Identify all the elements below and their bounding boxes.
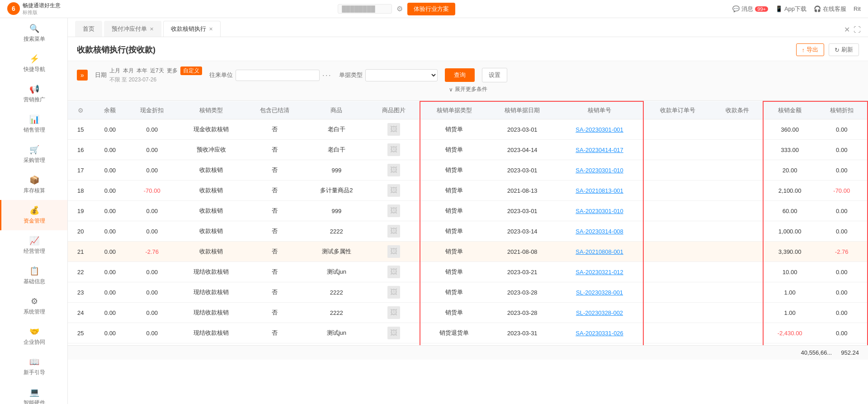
cell-receipt-condition	[712, 119, 763, 140]
doc-no-link[interactable]: SL-20230328-002	[576, 309, 623, 316]
top-bar-left: 6 畅捷通谱好生意 标推版	[7, 2, 61, 16]
company-name[interactable]: ████████	[338, 4, 392, 14]
sidebar-item-sales[interactable]: 📊 销售管理	[0, 109, 67, 139]
cell-cancel-amount: 10.00	[763, 262, 816, 282]
tab-prepay-close[interactable]: ✕	[150, 26, 154, 32]
date-shortcut-this-year[interactable]: 本年	[137, 67, 147, 75]
sidebar-item-marketing[interactable]: 📢 营销推广	[0, 79, 67, 109]
gear-settings-icon[interactable]: ⚙	[78, 107, 84, 114]
window-minimize-icon[interactable]: ✕	[844, 25, 850, 34]
sidebar-item-hardware[interactable]: 💻 智能硬件	[0, 382, 67, 404]
filter-more-btn[interactable]: ∨ 展开更多条件	[449, 86, 487, 93]
cell-cash-discount: 0.00	[127, 160, 177, 181]
th-gear[interactable]: ⚙	[68, 101, 94, 119]
sidebar-item-label: 营销推广	[24, 96, 45, 104]
doc-no-link[interactable]: SA-20210813-001	[576, 187, 623, 194]
sidebar-item-base[interactable]: 📋 基础信息	[0, 261, 67, 291]
tab-cancel[interactable]: 收款核销执行 ✕	[163, 21, 221, 37]
doc-no-link[interactable]: SA-20230301-001	[576, 126, 623, 133]
doc-no-link[interactable]: SA-20210808-001	[576, 248, 623, 255]
filter-expand-btn[interactable]: »	[77, 70, 88, 81]
doc-no-link[interactable]: SA-20230414-017	[576, 147, 623, 153]
purchase-icon: 🛒	[29, 145, 39, 155]
cell-receipt-order-no	[643, 323, 712, 343]
sidebar-item-shortcut[interactable]: ⚡ 快捷导航	[0, 48, 67, 79]
cell-product: 2222	[304, 303, 368, 323]
cell-id: 24	[68, 303, 94, 323]
sidebar-item-inventory[interactable]: 📦 库存核算	[0, 170, 67, 200]
tab-cancel-close[interactable]: ✕	[209, 26, 213, 32]
th-cash-discount: 现金折扣	[127, 101, 177, 119]
window-maximize-icon[interactable]: ⛶	[854, 26, 861, 34]
sidebar-item-purchase[interactable]: 🛒 采购管理	[0, 139, 67, 170]
inventory-icon: 📦	[29, 175, 39, 185]
cell-include-settled: 否	[245, 221, 304, 242]
cell-cash-discount: 0.00	[127, 323, 177, 343]
th-receipt-condition: 收款条件	[712, 101, 763, 119]
date-shortcut-custom[interactable]: 自定义	[180, 67, 202, 75]
cell-balance: 0.00	[94, 303, 127, 323]
cell-include-settled: 否	[245, 181, 304, 201]
sidebar-item-search[interactable]: 🔍 搜索菜单	[0, 18, 67, 48]
table-wrapper[interactable]: ⚙ 余额 现金折扣 核销类型 包含已结清 商品 商品图片 核销单据类型 核销单据…	[68, 101, 868, 345]
tab-home[interactable]: 首页	[75, 21, 102, 37]
doc-no-link[interactable]: SA-20230314-008	[576, 228, 623, 235]
page-title: 收款核销执行(按收款)	[77, 44, 156, 55]
headset-icon: 🎧	[814, 5, 821, 12]
cell-cancel-amount: 333.00	[763, 140, 816, 160]
app-download-btn[interactable]: 📱 App下载	[775, 5, 807, 13]
doc-no-link[interactable]: SA-20230301-010	[576, 167, 623, 174]
cell-cash-discount: -70.00	[127, 181, 177, 201]
doc-no-link[interactable]: SA-20230321-012	[576, 269, 623, 276]
table-container: ⚙ 余额 现金折扣 核销类型 包含已结清 商品 商品图片 核销单据类型 核销单据…	[68, 101, 868, 360]
date-shortcut-this-month[interactable]: 本月	[123, 67, 134, 75]
date-shortcut-last-month[interactable]: 上月	[109, 67, 120, 75]
cell-receipt-order-no	[643, 303, 712, 323]
query-btn[interactable]: 查询	[445, 68, 475, 82]
counterpart-input[interactable]	[236, 70, 320, 81]
message-btn[interactable]: 💬 消息 99+	[732, 5, 768, 13]
industry-btn[interactable]: 体验行业方案	[407, 3, 455, 15]
filter-date-group: 上月 本月 本年 近7天 更多 自定义 不限 至 2023-07-26	[109, 67, 202, 84]
sidebar-item-guide[interactable]: 📖 新手引导	[0, 352, 67, 382]
sidebar-item-finance[interactable]: 💰 资金管理	[0, 200, 67, 230]
cell-include-settled: 否	[245, 140, 304, 160]
sidebar-item-label: 库存核算	[24, 187, 45, 195]
page-header: 收款核销执行(按收款) ↑ 导出 ↻ 刷新	[68, 37, 868, 61]
page-inner: 收款核销执行(按收款) ↑ 导出 ↻ 刷新	[68, 37, 868, 404]
settings-btn[interactable]: 设置	[482, 68, 507, 82]
sidebar-item-system[interactable]: ⚙ 系统管理	[0, 291, 67, 321]
cell-include-settled: 否	[245, 160, 304, 181]
gear-icon[interactable]: ⚙	[396, 5, 403, 13]
sidebar-item-corp[interactable]: 🤝 企业协同	[0, 321, 67, 352]
system-icon: ⚙	[31, 296, 38, 306]
top-bar-center: ████████ ⚙ 体验行业方案	[338, 3, 455, 15]
doc-no-link[interactable]: SL-20230328-001	[576, 289, 623, 296]
cell-receipt-condition	[712, 323, 763, 343]
sidebar-item-operation[interactable]: 📈 经营管理	[0, 230, 67, 261]
export-btn[interactable]: ↑ 导出	[796, 43, 825, 56]
date-shortcut-more[interactable]: 更多	[167, 67, 178, 75]
cell-cancel-discount: 0.00	[816, 282, 868, 303]
user-btn[interactable]: Rit	[854, 5, 861, 12]
cell-balance: 0.00	[94, 221, 127, 242]
tab-prepay[interactable]: 预付冲应付单 ✕	[104, 21, 161, 37]
online-service-btn[interactable]: 🎧 在线客服	[814, 5, 846, 13]
order-type-label: 单据类型	[339, 71, 363, 79]
cell-product-image: 🖼	[368, 181, 420, 201]
doc-no-link[interactable]: SA-20230331-026	[576, 330, 623, 337]
cell-cancel-amount: -2,430.00	[763, 323, 816, 343]
cell-cash-discount: 0.00	[127, 140, 177, 160]
table-row: 23 0.00 0.00 现结收款核销 否 2222 🖼 销货单 2023-03…	[68, 282, 868, 303]
cell-product-image: 🖼	[368, 119, 420, 140]
cell-cancel-type: 现结收款核销	[177, 282, 245, 303]
date-shortcut-7days[interactable]: 近7天	[150, 67, 164, 75]
cell-cash-discount: 0.00	[127, 262, 177, 282]
refresh-btn[interactable]: ↻ 刷新	[829, 43, 859, 56]
cell-cancel-doc-no: SA-20230321-012	[556, 262, 643, 282]
content-area: 首页 预付冲应付单 ✕ 收款核销执行 ✕ ✕ ⛶ 收款核销执行(按收款)	[68, 18, 868, 404]
date-range: 不限 至 2023-07-26	[109, 76, 202, 84]
cell-balance: 0.00	[94, 140, 127, 160]
order-type-select[interactable]	[365, 69, 438, 81]
doc-no-link[interactable]: SA-20230301-010	[576, 208, 623, 214]
